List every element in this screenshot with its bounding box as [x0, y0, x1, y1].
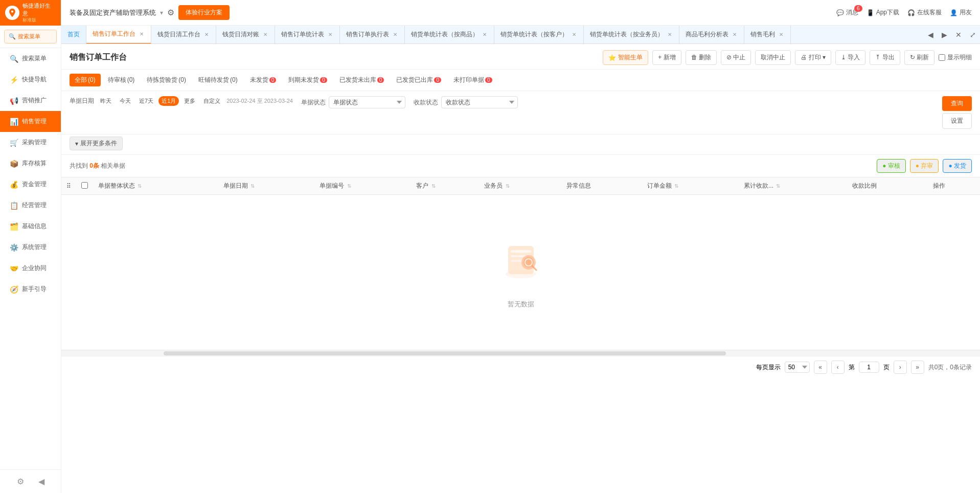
sub-tab-all[interactable]: 全部(0) — [70, 74, 101, 86]
date-quick-more[interactable]: 更多 — [181, 96, 198, 106]
sidebar-item-guide[interactable]: 🧭 新手引导 — [0, 279, 61, 300]
prev-page-button[interactable]: ‹ — [831, 361, 845, 374]
search-menu-button[interactable]: 🔍 搜索菜单 — [4, 30, 57, 43]
sidebar-item-quick-nav[interactable]: ⚡ 快捷导航 — [0, 69, 61, 90]
tab-close-sales-stats[interactable]: ✕ — [327, 31, 333, 38]
page-label: 第 — [849, 363, 855, 372]
sub-tab-not-printed[interactable]: 未打印单据0 — [448, 74, 497, 86]
date-quick-last7[interactable]: 近7天 — [136, 96, 156, 106]
status-sort-icon[interactable]: ⇅ — [138, 183, 142, 189]
collapse-button[interactable]: ◀ — [33, 474, 50, 489]
message-item[interactable]: 💬 消息 6 — [836, 8, 858, 17]
date-sort-icon[interactable]: ⇅ — [250, 183, 255, 189]
page-input[interactable] — [859, 362, 879, 373]
sidebar-item-base-info[interactable]: 🗂️ 基础信息 — [0, 216, 61, 237]
expand-conditions-button[interactable]: ▾ 展开更多条件 — [70, 137, 123, 150]
settings-button[interactable]: ⚙ — [12, 474, 29, 489]
cancel-stop-button[interactable]: 取消中止 — [755, 50, 791, 65]
tab-sales-stats[interactable]: 销售订单统计表✕ — [275, 26, 340, 44]
tab-close-product-margin[interactable]: ✕ — [732, 31, 738, 38]
date-quick-custom[interactable]: 自定义 — [200, 96, 223, 106]
show-detail-checkbox-label[interactable]: 显示明细 — [939, 53, 972, 62]
scroll-thumb[interactable] — [164, 351, 726, 355]
sub-tab-shipped-not-warehouse[interactable]: 已发货未出库0 — [334, 74, 390, 86]
tab-close-money-reconcile[interactable]: ✕ — [262, 31, 268, 38]
sidebar-item-inventory[interactable]: 📦 库存核算 — [0, 153, 61, 174]
tab-sales-stats-customer[interactable]: 销货单统计表（按客户）✕ — [494, 26, 584, 44]
stop-button[interactable]: ⊘ 中止 — [721, 50, 751, 65]
tab-close-all-button[interactable]: ✕ — [951, 29, 966, 41]
customer-sort-icon[interactable]: ⇅ — [431, 183, 436, 189]
tab-product-margin[interactable]: 商品毛利分析表✕ — [679, 26, 744, 44]
received-sort-icon[interactable]: ⇅ — [776, 183, 780, 189]
sidebar-item-search[interactable]: 🔍 搜索菜单 — [0, 48, 61, 69]
page-size-label: 每页显示 — [756, 363, 781, 372]
status-select[interactable]: 单据状态 — [329, 96, 405, 108]
tab-close-sales-exec[interactable]: ✕ — [392, 31, 398, 38]
delete-button[interactable]: 🗑 删除 — [686, 50, 717, 65]
tab-close-sales-stats-staff[interactable]: ✕ — [667, 31, 673, 38]
print-button[interactable]: 🖨 打印 ▾ — [795, 50, 831, 65]
sub-tab-not-shipped[interactable]: 未发货0 — [245, 74, 282, 86]
sidebar-item-operations[interactable]: 📋 经营管理 — [0, 195, 61, 216]
show-detail-checkbox[interactable] — [939, 54, 945, 61]
header-dropdown-icon[interactable]: ▾ — [160, 9, 163, 16]
date-quick-today[interactable]: 今天 — [117, 96, 134, 106]
payment-select[interactable]: 收款状态 — [441, 96, 518, 108]
sidebar-item-sys-mgmt[interactable]: ⚙️ 系统管理 — [0, 237, 61, 258]
import-button[interactable]: ⤓ 导入 — [835, 50, 865, 65]
tab-next-button[interactable]: ▶ — [938, 29, 951, 41]
ship-button[interactable]: ● 发货 — [943, 159, 972, 173]
smart-order-button[interactable]: ⭐ 智能生单 — [603, 50, 648, 65]
tab-home[interactable]: 首页 — [61, 26, 86, 44]
tab-close-sales-workbench[interactable]: ✕ — [139, 30, 145, 38]
sub-tab-shipped-out-warehouse[interactable]: 已发货已出库0 — [391, 74, 446, 86]
user-item[interactable]: 👤 用友 — [950, 8, 972, 17]
sub-tab-pending-review[interactable]: 待审核(0) — [103, 74, 140, 86]
tab-sales-exec[interactable]: 销售订单执行表✕ — [340, 26, 405, 44]
select-all-checkbox[interactable] — [81, 182, 88, 189]
sub-tab-pending-inspect[interactable]: 待拣货验货(0) — [142, 74, 191, 86]
tab-maximize-button[interactable]: ⤢ — [966, 29, 980, 41]
new-button[interactable]: + 新增 — [652, 50, 681, 65]
sub-tab-label-shipped-out-warehouse: 已发货已出库 — [396, 76, 433, 83]
query-button[interactable]: 查询 — [942, 96, 972, 111]
online-service-item[interactable]: 🎧 在线客服 — [907, 8, 942, 17]
audit-button[interactable]: ● 审核 — [877, 159, 906, 173]
cancel-audit-button[interactable]: ● 弃审 — [910, 159, 939, 173]
tab-sales-stats-product[interactable]: 销货单统计表（按商品）✕ — [405, 26, 494, 44]
tab-money-daily[interactable]: 钱货日清工作台✕ — [151, 26, 216, 44]
sub-tab-wangpu-pending[interactable]: 旺铺待发货(0) — [193, 74, 243, 86]
horizontal-scroll[interactable] — [61, 350, 980, 356]
set-button[interactable]: 设置 — [942, 113, 972, 129]
sidebar-item-finance[interactable]: 💰 资金管理 — [0, 174, 61, 195]
sidebar-item-sales[interactable]: 📊 销售管理 — [0, 111, 61, 132]
tab-prev-button[interactable]: ◀ — [924, 29, 938, 41]
tab-sales-stats-staff[interactable]: 销货单统计表（按业务员）✕ — [584, 26, 679, 44]
next-page-button[interactable]: › — [894, 361, 907, 374]
tab-money-reconcile[interactable]: 钱货日清对账✕ — [216, 26, 275, 44]
sub-tab-overdue-not-shipped[interactable]: 到期未发货0 — [283, 74, 332, 86]
header-settings-icon[interactable]: ⚙ — [167, 8, 174, 17]
tab-sales-profit[interactable]: 销售毛利✕ — [744, 26, 791, 44]
export-button[interactable]: ⤒ 导出 — [870, 50, 900, 65]
date-quick-last1month[interactable]: 近1月 — [158, 96, 179, 106]
first-page-button[interactable]: « — [814, 361, 827, 374]
tab-close-money-daily[interactable]: ✕ — [203, 31, 210, 38]
staff-sort-icon[interactable]: ⇅ — [506, 183, 510, 189]
page-size-select[interactable]: 50 20 100 200 — [785, 362, 810, 373]
sidebar-item-marketing[interactable]: 📢 营销推广 — [0, 90, 61, 111]
tab-close-sales-stats-customer[interactable]: ✕ — [571, 31, 577, 38]
tab-sales-workbench[interactable]: 销售订单工作台✕ — [86, 26, 151, 44]
industry-btn[interactable]: 体验行业方案 — [178, 5, 230, 20]
tab-close-sales-stats-product[interactable]: ✕ — [482, 31, 488, 38]
date-quick-yesterday[interactable]: 昨天 — [97, 96, 115, 106]
app-download-item[interactable]: 📱 App下载 — [867, 8, 899, 17]
number-sort-icon[interactable]: ⇅ — [347, 183, 351, 189]
last-page-button[interactable]: » — [911, 361, 924, 374]
tab-close-sales-profit[interactable]: ✕ — [778, 31, 784, 38]
sidebar-item-purchase[interactable]: 🛒 采购管理 — [0, 132, 61, 153]
sidebar-item-cooperation[interactable]: 🤝 企业协同 — [0, 258, 61, 279]
amount-sort-icon[interactable]: ⇅ — [674, 183, 678, 189]
refresh-button[interactable]: ↻ 刷新 — [904, 50, 935, 65]
